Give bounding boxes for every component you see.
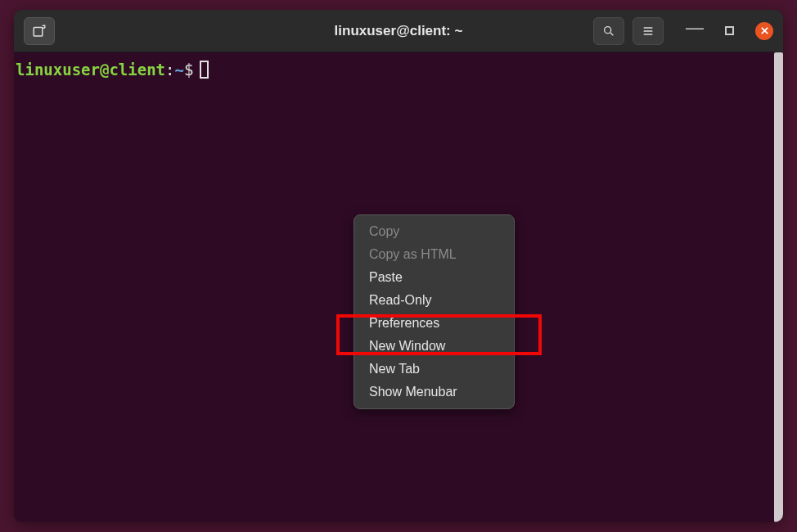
- hamburger-icon: [642, 25, 655, 38]
- menu-item-copy-as-html[interactable]: Copy as HTML: [354, 243, 514, 266]
- maximize-button[interactable]: [721, 23, 737, 39]
- terminal-cursor: [200, 61, 209, 79]
- prompt-user-host: linuxuser@client: [16, 61, 165, 79]
- new-tab-icon: [32, 24, 47, 38]
- close-button[interactable]: [755, 22, 773, 40]
- new-tab-button[interactable]: [24, 17, 55, 45]
- menu-item-copy[interactable]: Copy: [354, 220, 514, 243]
- svg-point-1: [605, 26, 611, 33]
- menu-item-new-tab[interactable]: New Tab: [354, 358, 514, 381]
- scrollbar[interactable]: [774, 52, 783, 522]
- search-icon: [602, 25, 615, 38]
- minimize-button[interactable]: —: [687, 23, 703, 39]
- menu-item-new-window[interactable]: New Window: [354, 335, 514, 358]
- menu-item-read-only[interactable]: Read-Only: [354, 289, 514, 312]
- close-icon: [760, 26, 769, 35]
- prompt-separator: :: [165, 61, 174, 79]
- menu-item-preferences[interactable]: Preferences: [354, 312, 514, 335]
- titlebar-right: —: [593, 17, 773, 45]
- window-controls: —: [687, 22, 773, 40]
- maximize-icon: [725, 26, 734, 35]
- hamburger-menu-button[interactable]: [633, 17, 664, 45]
- svg-rect-0: [34, 27, 43, 36]
- search-button[interactable]: [593, 17, 624, 45]
- menu-item-show-menubar[interactable]: Show Menubar: [354, 381, 514, 404]
- prompt-line: linuxuser@client : ~ $: [16, 61, 781, 79]
- context-menu: Copy Copy as HTML Paste Read-Only Prefer…: [353, 214, 515, 409]
- titlebar: linuxuser@client: ~ —: [14, 10, 783, 52]
- prompt-symbol: $: [184, 61, 193, 79]
- menu-item-paste[interactable]: Paste: [354, 266, 514, 289]
- prompt-path: ~: [174, 61, 183, 79]
